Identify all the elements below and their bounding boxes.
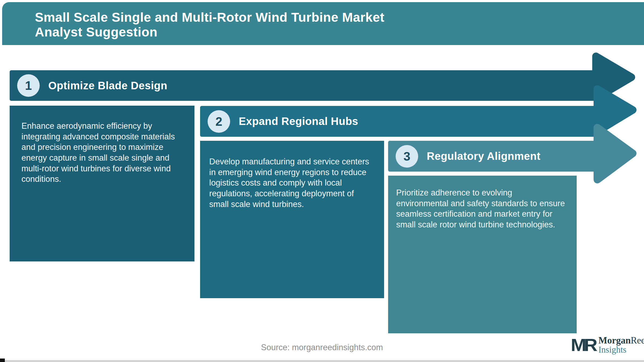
bottom-left-nub [0,359,5,362]
step3-band: 3 Regulatory Alignment [388,141,602,172]
bottom-edge-strip [0,360,644,362]
step1-number-badge: 1 [17,74,40,97]
step2-band: 2 Expand Regional Hubs [200,106,602,137]
header-banner: Small Scale Single and Multi-Rotor Wind … [2,2,644,45]
step3-number-badge: 3 [396,145,418,168]
page-title-line2: Analyst Suggestion [35,25,157,39]
mr-monogram-icon: MR [571,337,595,354]
step3-description-box: Prioritize adherence to evolving environ… [388,176,577,333]
infographic-canvas: Small Scale Single and Multi-Rotor Wind … [0,0,644,362]
step1-description: Enhance aerodynamic efficiency by integr… [21,121,175,184]
logo-text: MorganReed Insights [598,336,644,354]
source-attribution: Source: morganreedinsights.com [0,343,644,352]
step2-description-box: Develop manufacturing and service center… [200,141,384,298]
logo-subtitle: Insights [598,345,644,354]
step3-title: Regulatory Alignment [427,150,540,162]
step1-description-box: Enhance aerodynamic efficiency by integr… [10,106,194,261]
logo-brand-name: MorganReed [598,336,644,345]
step2-title: Expand Regional Hubs [239,115,358,127]
page-title: Small Scale Single and Multi-Rotor Wind … [2,2,644,39]
step2-number-badge: 2 [208,110,230,133]
step1-band: 1 Optimize Blade Design [10,70,602,101]
morganreed-logo: MR MorganReed Insights [571,336,644,354]
step2-description: Develop manufacturing and service center… [209,157,369,209]
step3-description: Prioritize adherence to evolving environ… [396,188,565,229]
page-title-line1: Small Scale Single and Multi-Rotor Wind … [35,10,384,24]
step1-title: Optimize Blade Design [48,80,167,92]
